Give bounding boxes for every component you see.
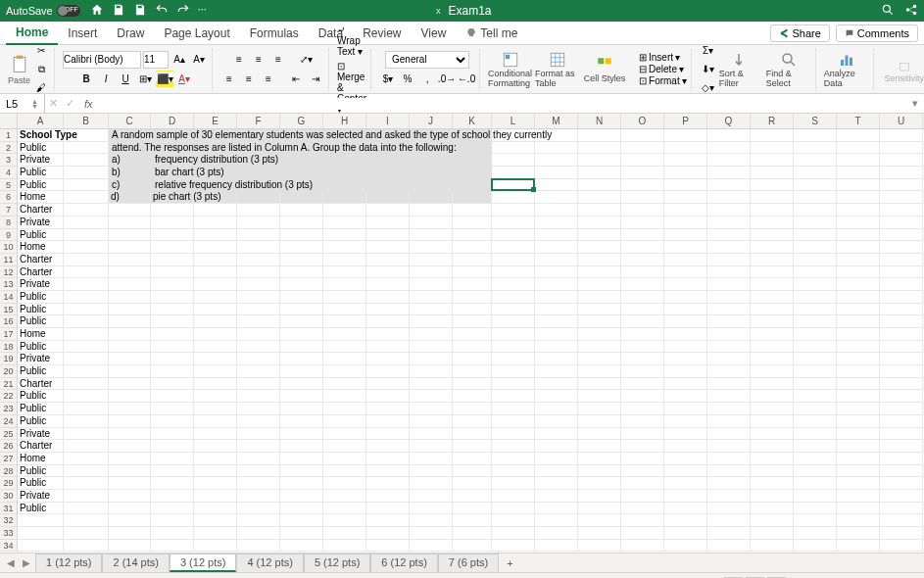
cell-A22[interactable]: Public	[18, 390, 64, 403]
align-bottom-icon[interactable]: ≡	[269, 51, 287, 69]
cell-I10[interactable]	[366, 241, 410, 254]
cell-N19[interactable]	[578, 353, 621, 365]
cell-H30[interactable]	[323, 490, 366, 503]
tab-formulas[interactable]: Formulas	[240, 23, 309, 44]
cell-B20[interactable]	[64, 365, 109, 378]
cell-E21[interactable]	[194, 378, 237, 391]
cell-B11[interactable]	[64, 254, 109, 266]
cell-U34[interactable]	[880, 540, 923, 553]
cell-M25[interactable]	[535, 428, 578, 441]
cell-P28[interactable]	[664, 465, 707, 478]
cell-B27[interactable]	[64, 453, 109, 465]
cell-A27[interactable]: Home	[18, 453, 64, 465]
enter-icon[interactable]: ✓	[62, 97, 78, 110]
cell-G22[interactable]	[280, 390, 323, 403]
cell-B9[interactable]	[64, 229, 109, 242]
col-header-B[interactable]: B	[64, 114, 109, 128]
cell-N29[interactable]	[578, 477, 621, 490]
sheet-tab-4[interactable]: 5 (12 pts)	[304, 554, 370, 572]
col-header-D[interactable]: D	[151, 114, 194, 128]
cell-O19[interactable]	[621, 353, 664, 365]
cell-U13[interactable]	[880, 278, 923, 291]
cell-A31[interactable]: Public	[18, 503, 64, 515]
col-header-U[interactable]: U	[880, 114, 923, 128]
cell-R16[interactable]	[751, 315, 794, 328]
cell-C13[interactable]	[109, 278, 151, 291]
cell-I25[interactable]	[366, 428, 410, 441]
cell-A14[interactable]: Public	[18, 291, 64, 304]
cell-L15[interactable]	[492, 304, 535, 316]
cell-T21[interactable]	[837, 378, 880, 391]
cell-Q33[interactable]	[707, 527, 751, 540]
cell-N31[interactable]	[578, 503, 621, 515]
cell-N6[interactable]	[578, 191, 621, 204]
border-button[interactable]: ⊞▾	[136, 71, 154, 88]
cell-J27[interactable]	[410, 453, 453, 465]
cell-U8[interactable]	[880, 217, 923, 229]
cell-R12[interactable]	[751, 266, 794, 279]
cell-S6[interactable]	[794, 191, 837, 204]
cell-J22[interactable]	[410, 390, 453, 403]
cell-I27[interactable]	[366, 453, 410, 465]
cell-I24[interactable]	[366, 415, 410, 428]
cell-A19[interactable]: Private	[18, 353, 64, 365]
cell-M17[interactable]	[535, 328, 578, 341]
cell-R22[interactable]	[751, 390, 794, 403]
col-header-F[interactable]: F	[237, 114, 280, 128]
cell-K14[interactable]	[453, 291, 492, 304]
cell-S34[interactable]	[794, 540, 837, 553]
cell-F9[interactable]	[237, 229, 280, 242]
cell-T30[interactable]	[837, 490, 880, 503]
cell-R17[interactable]	[751, 328, 794, 341]
cell-T1[interactable]	[837, 129, 880, 142]
cell-T9[interactable]	[837, 229, 880, 242]
cell-A2[interactable]: Public	[18, 142, 64, 155]
cell-P16[interactable]	[664, 315, 707, 328]
cell-F25[interactable]	[237, 428, 280, 441]
cell-Q5[interactable]	[707, 179, 751, 192]
cell-P12[interactable]	[664, 266, 707, 279]
cell-F17[interactable]	[237, 328, 280, 341]
cell-S27[interactable]	[794, 453, 837, 465]
cell-J13[interactable]	[410, 278, 453, 291]
cell-N7[interactable]	[578, 204, 621, 217]
cell-B4[interactable]	[64, 167, 109, 179]
cell-E29[interactable]	[194, 477, 237, 490]
cell-Q4[interactable]	[707, 167, 751, 179]
col-header-I[interactable]: I	[366, 114, 410, 128]
cell-O12[interactable]	[621, 266, 664, 279]
cell-I22[interactable]	[366, 390, 410, 403]
cell-K25[interactable]	[453, 428, 492, 441]
cell-H28[interactable]	[323, 465, 366, 478]
cell-U18[interactable]	[880, 341, 923, 354]
cell-G12[interactable]	[280, 266, 323, 279]
wrap-text-button[interactable]: ⤶ Wrap Text ▾	[337, 24, 366, 57]
cell-S3[interactable]	[794, 154, 837, 167]
insert-cells-button[interactable]: ⊞ Insert ▾	[639, 52, 687, 63]
cell-Q19[interactable]	[707, 353, 751, 365]
more-icon[interactable]: ···	[198, 3, 207, 19]
cell-I12[interactable]	[366, 266, 410, 279]
cell-E13[interactable]	[194, 278, 237, 291]
cell-G33[interactable]	[280, 527, 323, 540]
cell-E19[interactable]	[194, 353, 237, 365]
cell-S29[interactable]	[794, 477, 837, 490]
cell-O31[interactable]	[621, 503, 664, 515]
format-table-button[interactable]: Format as Table	[535, 51, 580, 88]
search-icon[interactable]	[881, 3, 895, 19]
cell-L22[interactable]	[492, 390, 535, 403]
cell-S33[interactable]	[794, 527, 837, 540]
cell-G29[interactable]	[280, 477, 323, 490]
cell-L10[interactable]	[492, 241, 535, 254]
cell-J11[interactable]	[410, 254, 453, 266]
cell-F22[interactable]	[237, 390, 280, 403]
cell-N22[interactable]	[578, 390, 621, 403]
cell-C7[interactable]	[109, 204, 151, 217]
cell-N20[interactable]	[578, 365, 621, 378]
cell-P13[interactable]	[664, 278, 707, 291]
cell-J28[interactable]	[410, 465, 453, 478]
cell-D29[interactable]	[151, 477, 194, 490]
cell-R15[interactable]	[751, 304, 794, 316]
share-button[interactable]: Share	[770, 24, 829, 42]
sheet-tab-3[interactable]: 4 (12 pts)	[236, 554, 303, 572]
